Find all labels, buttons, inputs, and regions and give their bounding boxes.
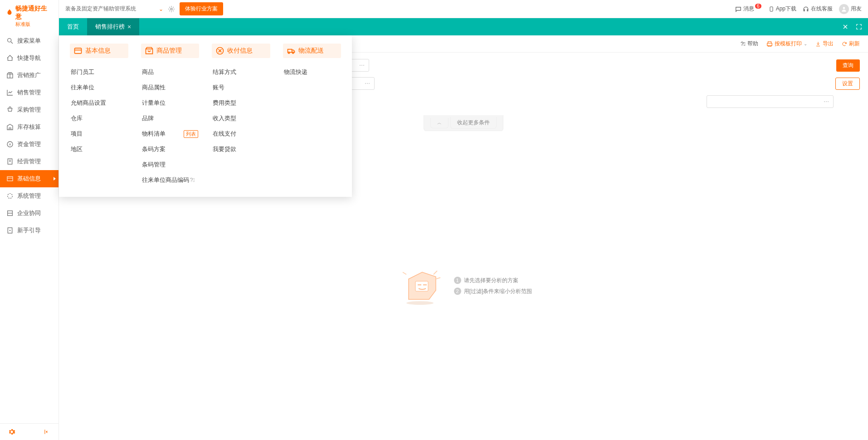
top-header: 装备及固定资产辅助管理系统 ⌄ 体验行业方案 消息 6 App下载 bbox=[59, 0, 868, 18]
mega-item[interactable]: 商品 bbox=[141, 64, 200, 80]
sidebar-item-1[interactable]: 快捷导航 bbox=[0, 49, 59, 67]
settings-gear-icon[interactable] bbox=[8, 428, 15, 435]
sidebar-item-label: 系统管理 bbox=[17, 192, 41, 200]
tab-0[interactable]: 首页 bbox=[59, 18, 87, 35]
mega-col-header: 基本信息 bbox=[70, 44, 128, 58]
chevron-down-icon: ⌄ bbox=[804, 41, 807, 46]
support-button[interactable]: 在线客服 bbox=[803, 5, 833, 13]
mega-item[interactable]: 账号 bbox=[212, 80, 270, 95]
sidebar-item-10[interactable]: 企业协同 bbox=[0, 205, 59, 222]
mega-item[interactable]: 收入类型 bbox=[212, 111, 270, 126]
mega-item[interactable]: 往来单位 bbox=[70, 80, 128, 95]
help-icon: ?⃝ bbox=[741, 41, 746, 47]
logo-icon bbox=[5, 9, 14, 17]
export-label: 导出 bbox=[823, 40, 834, 48]
svg-point-10 bbox=[8, 194, 13, 199]
sidebar-item-3[interactable]: 销售管理 bbox=[0, 84, 59, 101]
mega-item-label: 费用类型 bbox=[213, 99, 236, 107]
mega-item-label: 条码方案 bbox=[142, 145, 166, 153]
mega-item[interactable]: 结算方式 bbox=[212, 64, 270, 80]
more-icon: ⋯ bbox=[824, 98, 829, 105]
svg-line-1 bbox=[11, 42, 13, 44]
help-button[interactable]: ?⃝帮助 bbox=[741, 40, 758, 48]
mega-item-label: 往来单位商品编码?⃝ bbox=[142, 176, 195, 184]
collapse-sidebar-icon[interactable] bbox=[43, 429, 50, 435]
system-selector-label: 装备及固定资产辅助管理系统 bbox=[65, 5, 136, 13]
settings-button[interactable]: 设置 bbox=[835, 78, 860, 90]
mega-item[interactable]: 品牌 bbox=[141, 111, 200, 126]
mega-item[interactable]: 我要贷款 bbox=[212, 142, 270, 157]
empty-illustration-icon bbox=[395, 263, 445, 308]
support-label: 在线客服 bbox=[811, 5, 833, 13]
svg-point-0 bbox=[8, 39, 11, 42]
header-gear-icon[interactable] bbox=[168, 5, 175, 13]
export-button[interactable]: 导出 bbox=[815, 40, 834, 48]
mega-head-icon bbox=[145, 46, 154, 55]
messages-badge: 6 bbox=[755, 4, 761, 9]
tab-1[interactable]: 销售排行榜× bbox=[87, 18, 139, 35]
fullscreen-icon[interactable] bbox=[854, 22, 863, 31]
sidebar-item-label: 营销推广 bbox=[17, 71, 41, 79]
refresh-button[interactable]: 刷新 bbox=[842, 40, 860, 48]
industry-plan-button[interactable]: 体验行业方案 bbox=[180, 2, 223, 15]
export-icon bbox=[815, 41, 821, 47]
messages-label: 消息 bbox=[743, 5, 754, 13]
list-pill[interactable]: 列表 bbox=[184, 130, 198, 138]
mega-item[interactable]: 条码方案 bbox=[141, 142, 200, 157]
nav-icon bbox=[6, 123, 14, 131]
mega-item[interactable]: 商品属性 bbox=[141, 80, 200, 95]
sidebar-item-4[interactable]: 采购管理 bbox=[0, 101, 59, 118]
sidebar-item-0[interactable]: 搜索菜单 bbox=[0, 32, 59, 49]
sidebar-item-11[interactable]: 新手引导 bbox=[0, 222, 59, 239]
extra-select[interactable]: ⋯ bbox=[707, 95, 834, 108]
nav-icon bbox=[6, 54, 14, 62]
mega-item-label: 计量单位 bbox=[142, 99, 166, 107]
mega-item[interactable]: 项目 bbox=[70, 126, 128, 142]
mega-item-label: 项目 bbox=[71, 130, 83, 138]
mega-item[interactable]: 物流快递 bbox=[283, 64, 341, 80]
nav-icon bbox=[6, 72, 14, 79]
tab-bar: 首页销售排行榜× bbox=[59, 18, 868, 35]
sidebar-item-2[interactable]: 营销推广 bbox=[0, 67, 59, 84]
user-menu[interactable]: 用友 bbox=[839, 4, 862, 14]
app-download-button[interactable]: App下载 bbox=[769, 5, 796, 13]
system-selector[interactable]: 装备及固定资产辅助管理系统 ⌄ bbox=[65, 5, 163, 13]
tab-label: 首页 bbox=[67, 23, 79, 31]
empty-step-1: 请先选择要分析的方案 bbox=[464, 277, 518, 284]
mega-item[interactable]: 计量单位 bbox=[141, 95, 200, 111]
tab-close-all-icon[interactable] bbox=[841, 22, 850, 31]
mega-item[interactable]: 往来单位商品编码?⃝ bbox=[141, 172, 200, 188]
help-label: 帮助 bbox=[747, 40, 758, 48]
mega-item[interactable]: 在线支付 bbox=[212, 126, 270, 142]
phone-icon bbox=[769, 6, 774, 12]
sidebar-footer bbox=[0, 423, 59, 440]
messages-button[interactable]: 消息 6 bbox=[735, 5, 762, 13]
mega-item[interactable]: 地区 bbox=[70, 142, 128, 157]
sidebar-item-6[interactable]: ¥资金管理 bbox=[0, 136, 59, 153]
mega-item[interactable]: 条码管理 bbox=[141, 157, 200, 172]
mega-item[interactable]: 物料清单列表 bbox=[141, 126, 200, 142]
mega-item[interactable]: 允销商品设置 bbox=[70, 95, 128, 111]
mega-item[interactable]: 部门员工 bbox=[70, 64, 128, 80]
sidebar-item-label: 采购管理 bbox=[17, 106, 41, 114]
sidebar-item-5[interactable]: 库存核算 bbox=[0, 118, 59, 136]
print-template-button[interactable]: 按模板打印⌄ bbox=[766, 40, 807, 48]
collapse-filters-button[interactable]: ︿收起更多条件 bbox=[424, 115, 503, 131]
step-2-badge: 2 bbox=[454, 288, 461, 295]
tab-close-icon[interactable]: × bbox=[127, 23, 131, 30]
nav-icon bbox=[6, 210, 14, 217]
sidebar-item-7[interactable]: 经营管理 bbox=[0, 153, 59, 170]
mega-item-label: 部门员工 bbox=[71, 68, 94, 76]
mega-item[interactable]: 仓库 bbox=[70, 111, 128, 126]
sidebar-item-9[interactable]: 系统管理 bbox=[0, 187, 59, 205]
sidebar-item-8[interactable]: 基础信息 bbox=[0, 170, 59, 187]
mega-item[interactable]: 费用类型 bbox=[212, 95, 270, 111]
mega-item-label: 在线支付 bbox=[213, 130, 236, 138]
query-button[interactable]: 查询 bbox=[836, 59, 860, 72]
mega-head-icon bbox=[73, 46, 83, 55]
svg-rect-18 bbox=[75, 48, 82, 54]
refresh-icon bbox=[842, 41, 847, 47]
more-icon: ⋯ bbox=[359, 62, 365, 68]
sidebar-item-label: 基础信息 bbox=[17, 175, 41, 183]
nav-icon bbox=[6, 37, 14, 44]
